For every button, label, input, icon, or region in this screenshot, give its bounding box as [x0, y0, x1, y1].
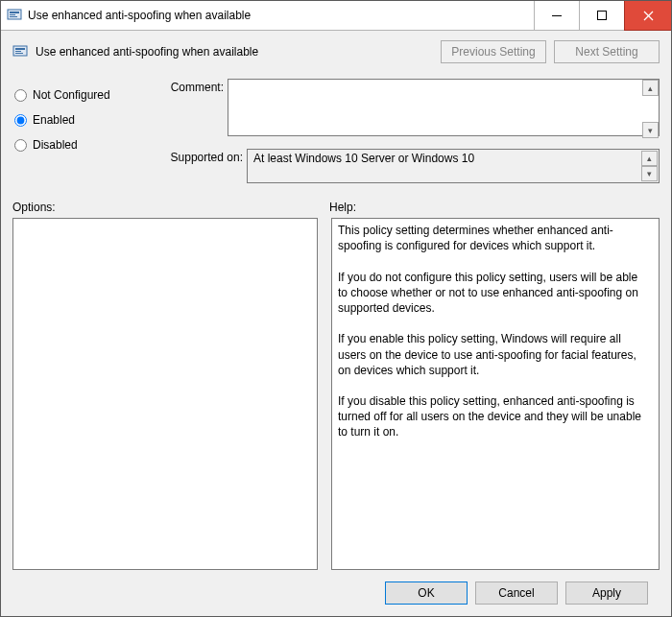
next-setting-button[interactable]: Next Setting	[554, 40, 660, 63]
dialog-footer: OK Cancel Apply	[12, 570, 660, 616]
policy-name: Use enhanced anti-spoofing when availabl…	[36, 45, 433, 59]
help-text: This policy setting determines whether e…	[338, 224, 644, 439]
supported-on-value: At least Windows 10 Server or Windows 10	[253, 152, 474, 165]
scroll-up-button[interactable]: ▴	[642, 80, 659, 96]
cancel-button[interactable]: Cancel	[475, 581, 558, 605]
config-section: Not Configured Enabled Disabled Comment:	[12, 79, 660, 183]
svg-rect-5	[598, 12, 607, 20]
titlebar: Use enhanced anti-spoofing when availabl…	[1, 1, 671, 31]
supported-on-readonly: At least Windows 10 Server or Windows 10…	[247, 149, 660, 183]
options-panel	[12, 218, 318, 570]
window-title: Use enhanced anti-spoofing when availabl…	[28, 9, 534, 22]
scroll-up-button[interactable]: ▴	[641, 151, 658, 166]
svg-rect-9	[15, 48, 25, 50]
radio-disabled-label: Disabled	[33, 138, 78, 152]
radio-not-configured-input[interactable]	[14, 89, 27, 102]
svg-rect-4	[552, 15, 562, 16]
svg-rect-1	[10, 12, 19, 13]
close-button[interactable]	[624, 1, 671, 31]
help-label: Help:	[329, 201, 660, 214]
radio-not-configured[interactable]: Not Configured	[12, 83, 156, 107]
apply-button[interactable]: Apply	[565, 581, 648, 605]
panels-row: This policy setting determines whether e…	[12, 218, 660, 570]
scroll-down-button[interactable]: ▾	[642, 122, 659, 138]
maximize-button[interactable]	[579, 1, 624, 31]
help-panel: This policy setting determines whether e…	[331, 218, 660, 570]
supported-box: At least Windows 10 Server or Windows 10…	[247, 149, 660, 183]
radio-disabled-input[interactable]	[14, 139, 27, 152]
dialog-content: Use enhanced anti-spoofing when availabl…	[1, 31, 671, 616]
options-label: Options:	[12, 201, 329, 214]
minimize-button[interactable]	[534, 1, 579, 31]
panel-labels: Options: Help:	[12, 201, 660, 214]
comment-label: Comment:	[156, 79, 228, 94]
comment-field-row: Comment: ▴ ▾	[156, 79, 660, 139]
previous-setting-button[interactable]: Previous Setting	[441, 40, 546, 63]
state-radio-group: Not Configured Enabled Disabled	[12, 79, 156, 157]
radio-enabled-label: Enabled	[33, 113, 75, 127]
group-policy-editor-dialog: Use enhanced anti-spoofing when availabl…	[0, 0, 672, 617]
radio-not-configured-label: Not Configured	[33, 88, 110, 102]
comment-textarea[interactable]	[228, 79, 660, 136]
supported-scrollbar: ▴ ▾	[641, 151, 658, 181]
svg-rect-11	[15, 53, 23, 54]
radio-disabled[interactable]: Disabled	[12, 132, 156, 157]
svg-rect-10	[15, 51, 21, 52]
radio-enabled-input[interactable]	[14, 114, 27, 127]
supported-field-row: Supported on: At least Windows 10 Server…	[156, 149, 660, 183]
policy-header: Use enhanced anti-spoofing when availabl…	[12, 40, 660, 63]
field-column: Comment: ▴ ▾ Supported on: At least Wind…	[156, 79, 660, 183]
policy-app-icon	[7, 8, 22, 23]
maximize-icon	[597, 11, 607, 20]
window-buttons	[534, 1, 671, 30]
close-icon	[643, 11, 654, 21]
ok-button[interactable]: OK	[385, 581, 468, 605]
svg-rect-2	[10, 14, 15, 15]
comment-box: ▴ ▾	[228, 79, 660, 139]
policy-icon	[12, 44, 28, 59]
radio-enabled[interactable]: Enabled	[12, 107, 156, 132]
supported-label: Supported on:	[156, 149, 247, 164]
svg-rect-3	[10, 16, 17, 17]
scroll-down-button[interactable]: ▾	[641, 166, 658, 181]
minimize-icon	[552, 11, 562, 20]
